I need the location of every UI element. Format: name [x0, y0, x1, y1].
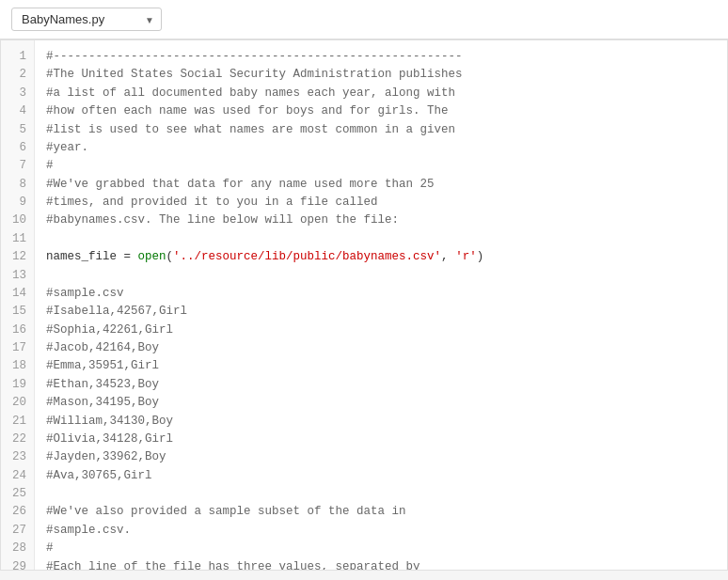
line-number: 21 [1, 413, 34, 431]
code-line: #Ethan,34523,Boy [46, 376, 716, 394]
line-number: 12 [1, 248, 34, 266]
code-line: # [46, 157, 716, 175]
line-number: 13 [1, 267, 34, 285]
line-number: 28 [1, 540, 34, 557]
code-line: names_file = open('../resource/lib/publi… [46, 248, 716, 266]
line-number: 24 [1, 467, 34, 485]
line-number: 6 [1, 139, 34, 157]
code-line: #Emma,35951,Girl [46, 357, 716, 375]
code-line: #Sophia,42261,Girl [46, 321, 716, 339]
code-line: #times, and provided it to you in a file… [46, 194, 716, 212]
code-line [46, 267, 716, 285]
line-number: 17 [1, 339, 34, 357]
code-line: #Olivia,34128,Girl [46, 431, 716, 448]
code-line: #William,34130,Boy [46, 413, 716, 431]
line-number: 23 [1, 448, 34, 466]
line-number: 15 [1, 303, 34, 321]
file-select[interactable]: BabyNames.py [11, 8, 162, 31]
line-number: 5 [1, 121, 34, 139]
code-line: #Mason,34195,Boy [46, 394, 716, 412]
code-line: #Ava,30765,Girl [46, 467, 716, 485]
line-number: 20 [1, 394, 34, 412]
code-line: #list is used to see what names are most… [46, 121, 716, 139]
code-line: #Each line of the file has three values,… [46, 558, 716, 572]
code-content[interactable]: #---------------------------------------… [35, 40, 727, 571]
line-number: 14 [1, 285, 34, 303]
line-number: 3 [1, 85, 34, 102]
code-line: #how often each name was used for boys a… [46, 102, 716, 120]
code-line: #We've also provided a sample subset of … [46, 503, 716, 521]
line-number: 18 [1, 357, 34, 375]
line-number: 22 [1, 431, 34, 448]
line-number: 25 [1, 485, 34, 503]
line-number: 27 [1, 522, 34, 540]
line-number: 1 [1, 48, 34, 66]
code-line [46, 230, 716, 248]
code-line: # [46, 540, 716, 557]
toolbar: BabyNames.py ▼ [0, 0, 728, 39]
code-line [46, 485, 716, 503]
code-line: #year. [46, 139, 716, 157]
file-select-wrapper[interactable]: BabyNames.py ▼ [11, 8, 162, 31]
editor-container: 1234567891011121314151617181920212223242… [0, 39, 728, 571]
line-number: 2 [1, 66, 34, 84]
line-numbers: 1234567891011121314151617181920212223242… [1, 40, 35, 571]
code-line: #sample.csv. [46, 522, 716, 540]
code-line: #The United States Social Security Admin… [46, 66, 716, 84]
code-line: #---------------------------------------… [46, 48, 716, 66]
line-number: 19 [1, 376, 34, 394]
code-line: #Isabella,42567,Girl [46, 303, 716, 321]
line-number: 11 [1, 230, 34, 248]
line-number: 29 [1, 558, 34, 572]
line-number: 7 [1, 157, 34, 175]
code-line: #a list of all documented baby names eac… [46, 85, 716, 102]
code-line: #babynames.csv. The line below will open… [46, 212, 716, 229]
line-number: 9 [1, 194, 34, 212]
line-number: 26 [1, 503, 34, 521]
code-line: #Jacob,42164,Boy [46, 339, 716, 357]
code-line: #Jayden,33962,Boy [46, 448, 716, 466]
code-area: 1234567891011121314151617181920212223242… [1, 40, 727, 571]
line-number: 10 [1, 212, 34, 229]
line-number: 8 [1, 176, 34, 194]
code-line: #sample.csv [46, 285, 716, 303]
line-number: 4 [1, 102, 34, 120]
code-line: #We've grabbed that data for any name us… [46, 176, 716, 194]
line-number: 16 [1, 321, 34, 339]
